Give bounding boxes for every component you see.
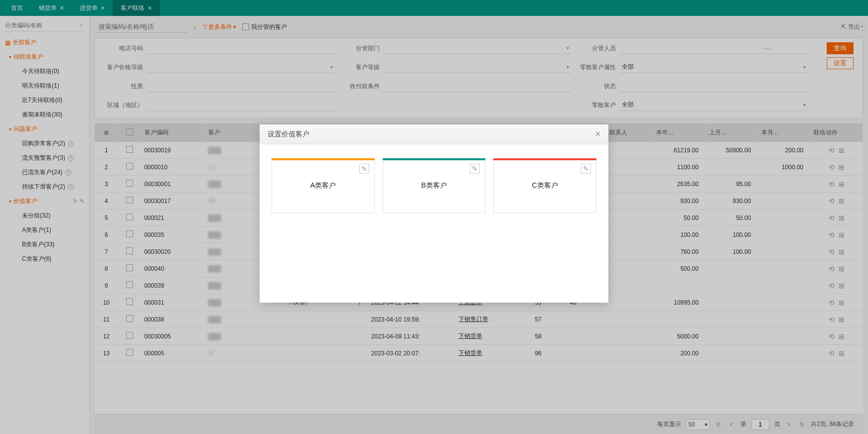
modal-overlay[interactable]: 设置价值客户 × ✎A类客户 ✎B类客户 ✎C类客户 <box>0 0 868 434</box>
modal-title: 设置价值客户 <box>268 130 309 139</box>
category-card-c[interactable]: ✎C类客户 <box>493 158 596 213</box>
close-icon[interactable]: × <box>595 129 600 139</box>
value-customer-modal: 设置价值客户 × ✎A类客户 ✎B类客户 ✎C类客户 <box>260 124 608 303</box>
category-card-b[interactable]: ✎B类客户 <box>383 158 486 213</box>
edit-icon[interactable]: ✎ <box>359 164 369 174</box>
category-card-a[interactable]: ✎A类客户 <box>272 158 375 213</box>
edit-icon[interactable]: ✎ <box>470 164 480 174</box>
edit-icon[interactable]: ✎ <box>581 164 591 174</box>
